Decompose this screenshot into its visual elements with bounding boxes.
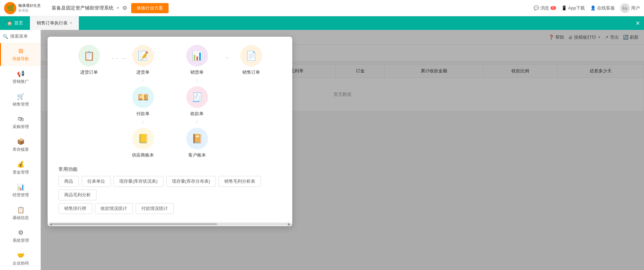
flow-cell-supplier-ledger: 📒 供应商账本 (116, 128, 170, 158)
flow-diagram: 📋 进货订单 - - → 📝 进货单 ↓ 📊 (58, 45, 281, 158)
online-service-item[interactable]: 👤 在线客服 (590, 5, 615, 11)
customer-ledger-label: 客户账本 (188, 152, 206, 158)
sidebar-item-finance[interactable]: 💰 资金管理 (0, 157, 40, 179)
service-icon: 👤 (590, 5, 596, 11)
app-download-item[interactable]: 📱 App下载 (561, 5, 585, 11)
modal-scrollbar: ◀ ▶ (48, 222, 292, 226)
func-btn-product[interactable]: 商品 (58, 176, 79, 187)
phone-icon: 📱 (561, 5, 567, 11)
scroll-right-arrow[interactable]: ▶ (288, 222, 291, 226)
sales-order-label: 销售订单 (242, 69, 260, 75)
func-btn-inventory-dist[interactable]: 现存量(库存分布表) (166, 176, 216, 187)
enterprise-icon: 🤝 (17, 252, 24, 259)
sales-bill-circle[interactable]: 📊 (186, 45, 208, 67)
func-btn-inventory-status[interactable]: 现存量(库存状况表) (114, 176, 163, 187)
receipt-label: 收款单 (190, 111, 204, 117)
sidebar-item-basic-info[interactable]: 📋 基础信息 (0, 202, 40, 225)
search-icon: 🔍 (3, 34, 8, 39)
quick-nav-icon: ⊞ (18, 47, 23, 55)
basic-info-icon: 📋 (17, 206, 24, 214)
main-layout: 🔍 搜索菜单 ⊞ 快捷导航 📢 营销推广 🛒 销售管理 🛍 采购管理 📦 库存核… (0, 30, 644, 270)
purchase-bill-label: 进货单 (136, 69, 150, 75)
sidebar-item-purchase[interactable]: 🛍 采购管理 (0, 111, 40, 134)
modal-overlay[interactable]: 📋 进货订单 - - → 📝 进货单 ↓ 📊 (41, 30, 644, 270)
tab-bar-right: ✕ (636, 20, 644, 26)
flow-spacer-4 (224, 117, 278, 158)
supplier-ledger-circle[interactable]: 📒 (132, 128, 154, 149)
message-item[interactable]: 💬 消息 5 (534, 5, 556, 11)
down-arrow-supplier: ↓ (142, 118, 144, 124)
payment-label: 付款单 (136, 111, 150, 117)
sidebar-item-sales[interactable]: 🛒 销售管理 (0, 89, 40, 111)
purchase-order-label: 进货订单 (80, 69, 98, 75)
purchase-bill-circle[interactable]: 📝 (132, 45, 154, 67)
logo-icon: 🌿 (4, 2, 16, 14)
settings-icon[interactable]: ⚙ (122, 5, 127, 11)
receipt-circle[interactable]: 🧾 (186, 86, 208, 108)
top-header: 🌿 畅康通好生意 标准版 装备及固定资产辅助管理系统 ▼ ⚙ 体验行业方案 💬 … (0, 0, 644, 16)
marketing-icon: 📢 (17, 70, 24, 77)
operations-icon: 📊 (17, 183, 24, 191)
tab-close-icon[interactable]: × (70, 21, 72, 25)
func-btn-sales-profit[interactable]: 销售毛利分析表 (219, 176, 261, 187)
sidebar-item-operations[interactable]: 📊 经营管理 (0, 179, 40, 202)
system-dropdown-icon[interactable]: ▼ (116, 6, 120, 10)
flow-cell-sales-bill: 📊 销货单 ↓ ← (170, 45, 224, 75)
logo-subtext: 标准版 (18, 8, 41, 13)
sidebar-item-quick-nav[interactable]: ⊞ 快捷导航 (0, 43, 40, 66)
message-badge: 5 (551, 6, 556, 10)
down-arrow-receipt: ↓ (196, 77, 198, 83)
inventory-icon: 📦 (17, 138, 24, 145)
tab-sales-order[interactable]: 销售订单执行表 × (30, 16, 79, 30)
sales-icon: 🛒 (17, 93, 24, 100)
func-buttons-row2: 销售排行榜 收款情况统计 付款情况统计 (58, 203, 281, 214)
func-btn-partner[interactable]: 往来单位 (82, 176, 111, 187)
func-btn-product-profit[interactable]: 商品毛利分析 (58, 190, 97, 200)
flow-cell-customer-ledger: 📔 客户账本 (170, 128, 224, 158)
flow-cell-purchase-order: 📋 进货订单 - - → (62, 45, 116, 75)
common-functions: 常用功能 商品 往来单位 现存量(库存状况表) 现存量(库存分布表) 销售毛利分… (58, 166, 281, 214)
modal-body: 📋 进货订单 - - → 📝 进货单 ↓ 📊 (48, 37, 292, 222)
content-area: ❓ 帮助 🖨 按模板打印 ▼ ↗ 导出 🔄 刷新 (41, 30, 644, 270)
purchase-order-circle[interactable]: 📋 (78, 45, 100, 67)
header-middle: 体验行业方案 (131, 3, 534, 13)
down-arrow-customer: ↓ (196, 118, 198, 124)
message-icon: 💬 (534, 5, 539, 11)
sidebar-item-inventory[interactable]: 📦 库存核算 (0, 134, 40, 157)
scroll-left-arrow[interactable]: ◀ (49, 222, 52, 226)
purchase-icon: 🛍 (18, 115, 24, 123)
experience-button[interactable]: 体验行业方案 (131, 3, 169, 13)
func-btn-receipt-stats[interactable]: 收款情况统计 (95, 203, 133, 214)
flow-spacer-1 (62, 75, 116, 117)
header-right: 💬 消息 5 📱 App下载 👤 在线客服 Ea 用户 (534, 3, 640, 13)
sidebar-item-marketing[interactable]: 📢 营销推广 (0, 66, 40, 89)
scrollbar-track[interactable] (52, 223, 288, 225)
flow-cell-payment: 💴 付款单 ↓ (116, 86, 170, 117)
modal: 📋 进货订单 - - → 📝 进货单 ↓ 📊 (48, 37, 292, 226)
finance-icon: 💰 (17, 161, 24, 168)
flow-spacer-2 (224, 75, 278, 117)
supplier-ledger-label: 供应商账本 (132, 152, 154, 158)
system-title: 装备及固定资产辅助管理系统 ▼ ⚙ (52, 5, 127, 11)
system-icon: ⚙ (18, 229, 23, 236)
scrollbar-thumb (52, 223, 217, 225)
close-all-button[interactable]: ✕ (636, 20, 640, 26)
flow-spacer-3 (62, 117, 116, 158)
flow-cell-sales-order: 📄 销售订单 (224, 45, 278, 75)
payment-circle[interactable]: 💴 (132, 86, 154, 108)
func-btn-payment-stats[interactable]: 付款情况统计 (136, 203, 174, 214)
avatar: Ea (620, 3, 630, 13)
sidebar-item-system[interactable]: ⚙ 系统管理 (0, 225, 40, 248)
func-buttons-row1: 商品 往来单位 现存量(库存状况表) 现存量(库存分布表) 销售毛利分析表 商品… (58, 176, 281, 200)
sidebar-item-enterprise[interactable]: 🤝 企业协同 (0, 248, 40, 270)
sidebar: 🔍 搜索菜单 ⊞ 快捷导航 📢 营销推广 🛒 销售管理 🛍 采购管理 📦 库存核… (0, 30, 41, 270)
flow-cell-receipt: 🧾 收款单 ↓ (170, 86, 224, 117)
sidebar-search[interactable]: 🔍 搜索菜单 (0, 30, 40, 43)
arrow-to-purchase-bill: - - → (112, 54, 127, 62)
func-btn-sales-rank[interactable]: 销售排行榜 (58, 203, 92, 214)
customer-ledger-circle[interactable]: 📔 (186, 128, 208, 149)
user-item[interactable]: Ea 用户 (620, 3, 640, 13)
tab-home[interactable]: 🏠 首页 (0, 16, 30, 30)
down-arrow-payment: ↓ (142, 77, 144, 83)
sales-order-circle[interactable]: 📄 (240, 45, 262, 67)
